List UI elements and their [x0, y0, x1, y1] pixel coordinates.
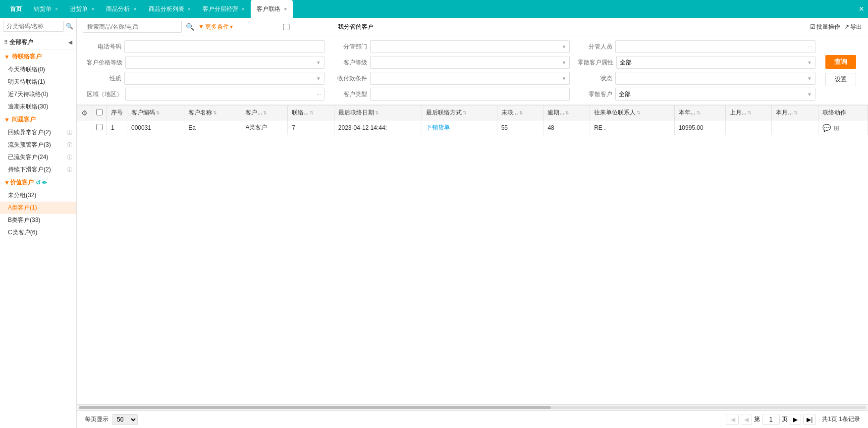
- table-gear-icon[interactable]: ⚙: [81, 109, 88, 117]
- col-name: 客户名称⇅: [184, 106, 241, 120]
- nav-customer-contact[interactable]: 客户联络 ×: [251, 0, 293, 18]
- sidebar-group-value[interactable]: ▼ 价值客户 ↺ ✏: [0, 176, 76, 189]
- more-filter-arrow: ▾: [230, 23, 233, 30]
- cell-overdue: 48: [543, 120, 590, 135]
- value-refresh-icon[interactable]: ↺: [36, 179, 41, 186]
- sidebar-all-customers[interactable]: ⠿ 全部客户 ◀: [0, 35, 76, 50]
- col-unlink: 未联...⇅: [497, 106, 543, 120]
- sidebar-item-loss-warning[interactable]: 流失预警客户(3) ⓘ: [0, 139, 76, 151]
- retail-attr-arrow: ▼: [807, 60, 812, 65]
- nav-customer-contact-close[interactable]: ×: [284, 6, 287, 12]
- value-edit-icon[interactable]: ✏: [42, 179, 47, 186]
- page-prev-btn[interactable]: ◀: [741, 415, 752, 425]
- info-icon-3[interactable]: ⓘ: [67, 154, 72, 161]
- dept-arrow: ▼: [561, 44, 566, 50]
- batch-op-btn[interactable]: ☑ 批量操作: [810, 23, 840, 31]
- manager-more[interactable]: ···: [808, 44, 812, 50]
- sidebar-item-declining[interactable]: 持续下滑客户(2) ⓘ: [0, 163, 76, 176]
- main-layout: 🔍 ⠿ 全部客户 ◀ ▼ 待联络客户 今天待联络(0) 明天待联络(1) 近7天…: [0, 18, 868, 428]
- sidebar-item-lost[interactable]: 已流失客户(24) ⓘ: [0, 151, 76, 163]
- nav-sales-close[interactable]: ×: [55, 6, 58, 12]
- filter-phone-input[interactable]: [124, 40, 325, 53]
- page-next-btn[interactable]: ▶: [790, 415, 801, 425]
- export-icon: ↗: [844, 23, 849, 30]
- my-customer-checkbox-label[interactable]: 我分管的客户: [237, 23, 374, 31]
- filter-region-select[interactable]: ···: [125, 88, 325, 101]
- scrollbar-track: [79, 406, 866, 409]
- col-contact-person: 往来单位联系人⇅: [590, 106, 675, 120]
- settings-button[interactable]: 设置: [825, 73, 856, 86]
- action-message-icon[interactable]: 💬: [822, 124, 831, 132]
- filter-nature-select[interactable]: ▼: [124, 72, 325, 85]
- cell-last-month: [725, 120, 772, 135]
- filter-payment-select[interactable]: ▼: [370, 72, 570, 85]
- nav-sales[interactable]: 销货单 ×: [28, 0, 64, 18]
- sidebar-search-icon[interactable]: 🔍: [66, 23, 73, 30]
- cell-this-year: 10995.00: [674, 120, 725, 135]
- filter-price-level-label: 客户价格等级: [87, 58, 122, 67]
- more-filter-btn[interactable]: ▼ 更多条件 ▾: [198, 23, 233, 31]
- nav-purchase[interactable]: 进货单 ×: [64, 0, 100, 18]
- scrollbar-thumb[interactable]: [79, 406, 551, 409]
- region-more[interactable]: ···: [317, 92, 321, 97]
- page-last-btn[interactable]: ▶|: [803, 415, 816, 425]
- last-method-link[interactable]: 下销货单: [426, 124, 450, 131]
- row-checkbox[interactable]: [96, 124, 103, 130]
- nav-goods-list[interactable]: 商品分析列表 ×: [143, 0, 197, 18]
- filter-region-label: 区域（地区）: [87, 90, 122, 99]
- window-close-btn[interactable]: ×: [859, 4, 864, 14]
- filter-retail-attr-select[interactable]: 全部 ▼: [616, 56, 815, 69]
- sidebar-item-c-class[interactable]: C类客户(6): [0, 226, 76, 239]
- action-grid-icon[interactable]: ⊞: [834, 124, 840, 132]
- my-customer-checkbox[interactable]: [237, 24, 336, 30]
- cell-code: 000031: [127, 120, 184, 135]
- filter-retail-select[interactable]: 全部 ▼: [615, 88, 815, 101]
- nav-goods-list-close[interactable]: ×: [188, 6, 191, 12]
- filter-price-select[interactable]: ▼: [125, 56, 325, 69]
- page-num-input[interactable]: [762, 415, 780, 425]
- page-first-btn[interactable]: |◀: [726, 415, 739, 425]
- horizontal-scrollbar[interactable]: [77, 404, 868, 410]
- nav-goods-analysis[interactable]: 商品分析 ×: [100, 0, 142, 18]
- info-icon-2[interactable]: ⓘ: [67, 141, 72, 149]
- filter-dept-select[interactable]: ▼: [370, 40, 570, 53]
- col-last-date: 最后联络日期⇅: [334, 106, 422, 120]
- search-input[interactable]: [83, 21, 182, 33]
- select-all-checkbox[interactable]: [96, 109, 103, 115]
- sidebar-search-input[interactable]: [3, 21, 64, 32]
- nav-customer-tier-close[interactable]: ×: [242, 6, 245, 12]
- filter-customer-level-select[interactable]: ▼: [370, 56, 570, 69]
- nav-customer-tier[interactable]: 客户分层经营 ×: [197, 0, 251, 18]
- collapse-icon[interactable]: ◀: [68, 40, 72, 45]
- sidebar-item-tomorrow[interactable]: 明天待联络(1): [0, 76, 76, 88]
- col-actions: 联络动作: [818, 106, 868, 120]
- nav-purchase-close[interactable]: ×: [92, 6, 95, 12]
- info-icon-1[interactable]: ⓘ: [67, 129, 72, 136]
- page-size-select[interactable]: 50 100: [112, 414, 138, 425]
- sidebar-item-b-class[interactable]: B类客户(33): [0, 214, 76, 226]
- nav-home[interactable]: 首页: [4, 0, 28, 18]
- export-btn[interactable]: ↗ 导出: [844, 23, 862, 31]
- filter-customer-type-input[interactable]: [370, 88, 570, 101]
- filter-nature-label: 性质: [87, 74, 121, 83]
- cell-contact-person: RE .: [590, 120, 675, 135]
- sidebar-item-ungrouped[interactable]: 未分组(32): [0, 189, 76, 202]
- col-type: 客户...⇅: [241, 106, 288, 120]
- table-footer: 每页显示 50 100 |◀ ◀ 第 页 ▶ ▶| 共1页 1条记录: [77, 410, 868, 428]
- filter-icon: ▼: [198, 23, 204, 30]
- sidebar-item-7days[interactable]: 近7天待联络(0): [0, 88, 76, 101]
- sidebar-group-problem[interactable]: ▼ 问题客户: [0, 113, 76, 126]
- sidebar-item-repurchase-abnormal[interactable]: 回购异常客户(2) ⓘ: [0, 126, 76, 139]
- info-icon-4[interactable]: ⓘ: [67, 166, 72, 173]
- nav-goods-analysis-close[interactable]: ×: [134, 6, 137, 12]
- query-button[interactable]: 查询: [825, 55, 856, 69]
- sidebar-item-a-class[interactable]: A类客户(1): [0, 202, 76, 214]
- filter-manager-select[interactable]: ···: [615, 40, 815, 53]
- search-icon-btn[interactable]: 🔍: [186, 23, 194, 31]
- sidebar-group-pending[interactable]: ▼ 待联络客户: [0, 50, 76, 63]
- filter-status-select[interactable]: ▼: [615, 72, 815, 85]
- query-btn-group: 查询 设置: [819, 40, 862, 101]
- sidebar-item-today[interactable]: 今天待联络(0): [0, 63, 76, 76]
- sidebar-item-overdue[interactable]: 逾期未联络(30): [0, 101, 76, 113]
- cell-this-month: [772, 120, 818, 135]
